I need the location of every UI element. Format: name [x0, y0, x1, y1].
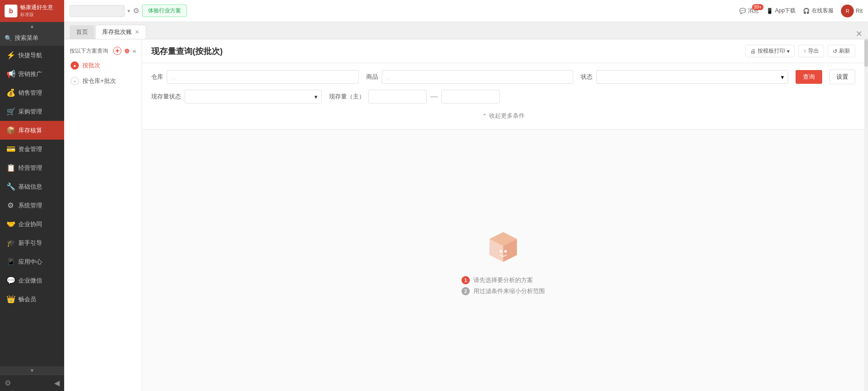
settings-icon[interactable]: ⚙ [5, 379, 11, 387]
app-title-block: 畅康通好生意 标准版 [20, 4, 53, 18]
app-download-btn[interactable]: 📱 App下载 [766, 7, 796, 15]
sidebar-item-purchase[interactable]: 🛒 采购管理 [0, 102, 64, 121]
status-label: 状态 [581, 73, 593, 81]
tip-number-1: 1 [461, 276, 470, 284]
left-panel-header: 按以下方案查询 + ⊕ « [64, 44, 142, 58]
main-area: ▾ ⚙ 体验行业方案 💬 消息 99+ 📱 App下载 🎧 在线客服 R Rit [64, 0, 868, 391]
wechat-icon: 💬 [6, 276, 15, 285]
sidebar-item-label: 基础信息 [18, 183, 42, 191]
tabs-bar: 首页 库存批次账 ✕ ✕ [64, 22, 868, 39]
tip-text-2: 用过滤条件来缩小分析范围 [473, 287, 545, 295]
sidebar-item-finance[interactable]: 💳 资金管理 [0, 140, 64, 158]
sidebar-item-member[interactable]: 👑 畅会员 [0, 290, 64, 309]
settings-scheme-icon[interactable]: ⊕ [124, 47, 130, 54]
sidebar-item-shortcuts[interactable]: ⚡ 快捷导航 [0, 46, 64, 65]
empty-state: 1 请先选择要分析的方案 2 用过滤条件来缩小分析范围 [461, 223, 545, 298]
sidebar-item-system[interactable]: ⚙ 系统管理 [0, 196, 64, 215]
topbar-dropdown-icon[interactable]: ▾ [127, 8, 130, 14]
page-title: 现存量查询(按批次) [151, 46, 223, 57]
sidebar-item-newbie[interactable]: 🎓 新手引导 [0, 234, 64, 252]
user-avatar[interactable]: R Rit [841, 5, 863, 17]
sidebar-item-label: 应用中心 [18, 258, 42, 266]
stock-status-label: 现存量状态 [151, 92, 181, 101]
tab-home[interactable]: 首页 [70, 25, 94, 39]
scheme-by-batch[interactable]: ● 按批次 [64, 58, 142, 73]
warehouse-input[interactable]: ... [167, 70, 359, 84]
scroll-thumb[interactable] [864, 39, 868, 67]
phone-icon: 📱 [766, 8, 773, 14]
scheme-icon-inactive: ● [71, 77, 79, 85]
scheme-icon-active: ● [71, 61, 79, 70]
stock-qty-filter-group: 现存量（主） — [329, 90, 500, 103]
experience-btn[interactable]: 体验行业方案 [142, 5, 187, 17]
query-btn[interactable]: 查询 [796, 70, 822, 84]
purchase-icon: 🛒 [6, 107, 15, 116]
product-filter-group: 商品 ... [366, 70, 574, 84]
app-download-label: App下载 [775, 7, 796, 15]
sidebar-search[interactable]: 🔍 搜索菜单 [0, 30, 64, 46]
settings-btn[interactable]: 设置 [830, 70, 855, 84]
empty-tip-1: 1 请先选择要分析的方案 [461, 276, 545, 284]
filter-area: 仓库 ... 商品 ... 状态 [142, 63, 864, 130]
sidebar-item-label: 畅会员 [18, 295, 36, 304]
topbar-gear-icon[interactable]: ⚙ [133, 6, 139, 15]
sidebar-item-basic[interactable]: 🔧 基础信息 [0, 177, 64, 196]
app-name: 畅康通好生意 [20, 4, 53, 11]
tab-inventory-batch-label: 库存批次账 [102, 28, 132, 36]
topbar-search-input[interactable] [70, 5, 125, 17]
marketing-icon: 📢 [6, 70, 15, 78]
stock-qty-max[interactable] [441, 90, 500, 103]
sidebar-item-apps[interactable]: 📱 应用中心 [0, 252, 64, 271]
operations-icon: 📋 [6, 163, 15, 172]
tab-close-icon[interactable]: ✕ [135, 29, 139, 35]
tip-text-1: 请先选择要分析的方案 [473, 276, 533, 284]
sidebar-item-operations[interactable]: 📋 经营管理 [0, 158, 64, 177]
scheme-by-warehouse-batch[interactable]: ● 按仓库+批次 [64, 73, 142, 89]
sidebar-footer: ⚙ ◀ [0, 375, 64, 391]
sidebar-item-inventory[interactable]: 📦 库存核算 [0, 121, 64, 140]
collapse-sidebar-icon[interactable]: ◀ [54, 379, 60, 387]
sidebar-item-enterprise[interactable]: 🤝 企业协同 [0, 215, 64, 234]
print-template-btn[interactable]: 🖨 按模板打印 ▾ [745, 45, 795, 57]
finance-icon: 💳 [6, 145, 15, 153]
status-chevron-icon: ▾ [781, 74, 784, 81]
messages-btn[interactable]: 💬 消息 99+ [739, 7, 759, 15]
app-edition: 标准版 [20, 11, 53, 18]
topbar-left: ▾ ⚙ 体验行业方案 [70, 5, 736, 17]
filter-dash: — [430, 92, 438, 101]
left-panel-title: 按以下方案查询 [70, 47, 108, 55]
topbar: ▾ ⚙ 体验行业方案 💬 消息 99+ 📱 App下载 🎧 在线客服 R Rit [64, 0, 868, 22]
app-logo: b [5, 5, 17, 17]
sidebar-item-wechat[interactable]: 💬 企业微信 [0, 271, 64, 290]
collapse-more-btn[interactable]: ⌃ 收起更多条件 [151, 109, 855, 123]
add-icon[interactable]: + [113, 47, 121, 55]
sidebar-item-label: 企业微信 [18, 277, 42, 285]
sidebar-item-label: 经营管理 [18, 164, 42, 172]
sidebar-scroll-down[interactable]: ▼ [0, 366, 64, 375]
sidebar-item-label: 采购管理 [18, 108, 42, 116]
export-btn[interactable]: ↑ 导出 [798, 45, 824, 57]
print-dropdown-icon[interactable]: ▾ [787, 48, 790, 54]
left-panel: 按以下方案查询 + ⊕ « ● 按批次 ● 按仓库+批次 [64, 39, 142, 391]
stock-qty-min[interactable] [368, 90, 427, 103]
close-button[interactable]: ✕ [856, 29, 863, 39]
sidebar-item-sales[interactable]: 💰 销售管理 [0, 83, 64, 102]
sidebar-item-label: 快捷导航 [18, 51, 42, 60]
sidebar-search-label: 搜索菜单 [15, 34, 38, 42]
collapse-left-icon[interactable]: « [132, 47, 136, 54]
scheme-warehouse-batch-label: 按仓库+批次 [82, 77, 116, 85]
refresh-btn[interactable]: ↺ 刷新 [828, 45, 855, 57]
basic-icon: 🔧 [6, 182, 15, 191]
warehouse-filter-group: 仓库 ... [151, 70, 359, 84]
sidebar-scroll-up[interactable]: ▲ [0, 22, 64, 30]
status-select[interactable]: ▾ [596, 70, 788, 84]
sidebar-item-label: 销售管理 [18, 89, 42, 97]
tab-inventory-batch[interactable]: 库存批次账 ✕ [95, 25, 146, 39]
inventory-icon: 📦 [6, 126, 15, 135]
stock-status-select[interactable]: ▾ [185, 90, 322, 103]
data-area: 1 请先选择要分析的方案 2 用过滤条件来缩小分析范围 [142, 130, 864, 391]
product-input[interactable]: ... [382, 70, 574, 84]
sidebar-item-marketing[interactable]: 📢 营销推广 [0, 65, 64, 83]
online-service-btn[interactable]: 🎧 在线客服 [803, 7, 834, 15]
scrollbar[interactable] [864, 39, 868, 391]
